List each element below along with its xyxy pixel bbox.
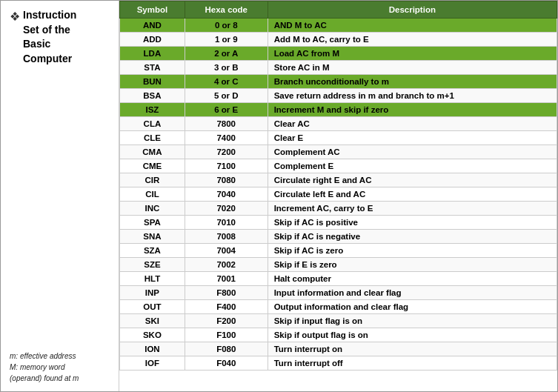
cell-symbol: CIR <box>120 173 185 187</box>
cell-symbol: CLE <box>120 131 185 145</box>
cell-desc: Increment M and skip if zero <box>268 103 557 117</box>
cell-desc: Output information and clear flag <box>268 300 557 314</box>
cell-desc: Skip if AC is zero <box>268 244 557 258</box>
cell-hex: 7040 <box>185 187 268 202</box>
cell-hex: 7080 <box>185 173 268 187</box>
table-row: ISZ6 or EIncrement M and skip if zero <box>120 103 557 117</box>
cell-hex: F800 <box>185 286 268 300</box>
cell-desc: Load AC from M <box>268 47 557 61</box>
footnote-line-1: m: effective address <box>10 351 113 362</box>
table-row: CME7100Complement E <box>120 159 557 173</box>
col-hex: Hexa code <box>185 1 268 19</box>
cell-hex: 7020 <box>185 202 268 216</box>
table-panel: Symbol Hexa code Description AND0 or 8AN… <box>119 1 557 391</box>
cell-hex: 7002 <box>185 258 268 272</box>
table-row: SNA7008Skip if AC is negative <box>120 230 557 244</box>
cell-hex: 7004 <box>185 244 268 258</box>
cell-desc: Branch unconditionally to m <box>268 75 557 89</box>
cell-hex: F100 <box>185 328 268 342</box>
cell-desc: Clear E <box>268 131 557 145</box>
cell-hex: 4 or C <box>185 75 268 89</box>
table-row: BUN4 or CBranch unconditionally to m <box>120 75 557 89</box>
footnote-line-3: (operand) found at m <box>10 373 113 384</box>
cell-desc: Save return address in m and branch to m… <box>268 89 557 103</box>
cell-hex: 7200 <box>185 145 268 159</box>
table-row: SKOF100Skip if output flag is on <box>120 328 557 342</box>
cell-symbol: SKI <box>120 314 185 328</box>
cell-symbol: SKO <box>120 328 185 342</box>
col-desc: Description <box>268 1 557 19</box>
table-row: CLA7800Clear AC <box>120 117 557 131</box>
cell-desc: Add M to AC, carry to E <box>268 33 557 47</box>
footnote-line-2: M: memory word <box>10 362 113 373</box>
table-row: SZE7002Skip if E is zero <box>120 258 557 272</box>
cell-hex: 7100 <box>185 159 268 173</box>
cell-hex: F400 <box>185 300 268 314</box>
cell-desc: Skip if E is zero <box>268 258 557 272</box>
cell-symbol: LDA <box>120 47 185 61</box>
cell-hex: 5 or D <box>185 89 268 103</box>
cell-desc: Skip if AC is negative <box>268 230 557 244</box>
cell-desc: Circulate right E and AC <box>268 173 557 187</box>
cell-symbol: HLT <box>120 272 185 286</box>
title-section: ❖ InstructionSet of theBasicComputer <box>10 8 113 66</box>
table-row: HLT7001Halt computer <box>120 272 557 286</box>
cell-desc: Turn interrupt on <box>268 342 557 356</box>
cell-symbol: BUN <box>120 75 185 89</box>
cell-desc: Skip if AC is positive <box>268 216 557 230</box>
table-row: INC7020Increment AC, carry to E <box>120 202 557 216</box>
cell-hex: 7001 <box>185 272 268 286</box>
cell-desc: Increment AC, carry to E <box>268 202 557 216</box>
table-row: INPF800Input information and clear flag <box>120 286 557 300</box>
cell-desc: AND M to AC <box>268 19 557 33</box>
cell-hex: 1 or 9 <box>185 33 268 47</box>
cell-symbol: SPA <box>120 216 185 230</box>
cell-symbol: SZA <box>120 244 185 258</box>
cell-symbol: CIL <box>120 187 185 202</box>
cell-desc: Clear AC <box>268 117 557 131</box>
table-row: CLE7400Clear E <box>120 131 557 145</box>
cell-symbol: CLA <box>120 117 185 131</box>
cell-desc: Turn interrupt off <box>268 356 557 371</box>
cell-desc: Input information and clear flag <box>268 286 557 300</box>
cell-symbol: INP <box>120 286 185 300</box>
cell-hex: F200 <box>185 314 268 328</box>
cell-symbol: ISZ <box>120 103 185 117</box>
cell-hex: F080 <box>185 342 268 356</box>
cell-desc: Skip if input flag is on <box>268 314 557 328</box>
cell-hex: 2 or A <box>185 47 268 61</box>
cell-desc: Circulate left E and AC <box>268 187 557 202</box>
cell-symbol: CMA <box>120 145 185 159</box>
cell-desc: Skip if output flag is on <box>268 328 557 342</box>
table-row: AND0 or 8AND M to AC <box>120 19 557 33</box>
cell-symbol: BSA <box>120 89 185 103</box>
cell-hex: F040 <box>185 356 268 371</box>
left-panel: ❖ InstructionSet of theBasicComputer m: … <box>1 1 119 391</box>
cell-desc: Complement E <box>268 159 557 173</box>
col-symbol: Symbol <box>120 1 185 19</box>
table-row: STA3 or BStore AC in M <box>120 61 557 75</box>
table-row: SKIF200Skip if input flag is on <box>120 314 557 328</box>
table-row: SZA7004Skip if AC is zero <box>120 244 557 258</box>
cell-hex: 6 or E <box>185 103 268 117</box>
cell-hex: 7010 <box>185 216 268 230</box>
table-row: CMA7200Complement AC <box>120 145 557 159</box>
cell-hex: 0 or 8 <box>185 19 268 33</box>
cell-symbol: STA <box>120 61 185 75</box>
cell-desc: Store AC in M <box>268 61 557 75</box>
cell-symbol: ION <box>120 342 185 356</box>
page-container: ❖ InstructionSet of theBasicComputer m: … <box>0 0 558 392</box>
cell-desc: Complement AC <box>268 145 557 159</box>
table-row: ADD1 or 9Add M to AC, carry to E <box>120 33 557 47</box>
table-row: CIR7080Circulate right E and AC <box>120 173 557 187</box>
cell-hex: 7400 <box>185 131 268 145</box>
cell-hex: 7008 <box>185 230 268 244</box>
cell-desc: Halt computer <box>268 272 557 286</box>
diamond-icon: ❖ <box>10 10 20 24</box>
cell-symbol: SNA <box>120 230 185 244</box>
cell-symbol: INC <box>120 202 185 216</box>
cell-symbol: CME <box>120 159 185 173</box>
page-title: InstructionSet of theBasicComputer <box>23 8 76 66</box>
instruction-table: Symbol Hexa code Description AND0 or 8AN… <box>119 1 557 371</box>
table-row: SPA7010Skip if AC is positive <box>120 216 557 230</box>
